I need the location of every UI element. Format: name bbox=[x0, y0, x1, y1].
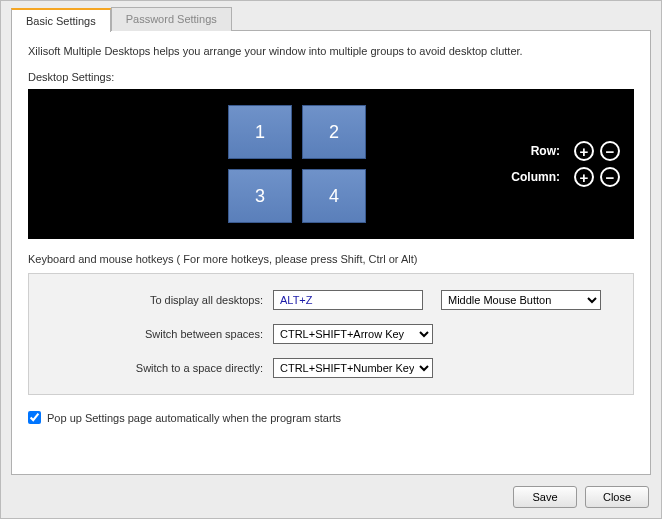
hotkeys-panel: To display all desktops: Middle Mouse Bu… bbox=[28, 273, 634, 395]
tab-content: Xilisoft Multiple Desktops helps you arr… bbox=[11, 30, 651, 475]
desktop-settings-label: Desktop Settings: bbox=[28, 71, 634, 83]
desktop-grid: 1 2 3 4 bbox=[228, 105, 366, 223]
settings-window: Basic Settings Password Settings Xilisof… bbox=[0, 0, 662, 519]
hotkeys-section-label: Keyboard and mouse hotkeys ( For more ho… bbox=[28, 253, 634, 265]
switch-direct-select[interactable]: CTRL+SHIFT+Number Key bbox=[273, 358, 433, 378]
display-all-label: To display all desktops: bbox=[43, 294, 273, 306]
intro-text: Xilisoft Multiple Desktops helps you arr… bbox=[28, 45, 634, 57]
tab-basic-settings[interactable]: Basic Settings bbox=[11, 8, 111, 32]
popup-checkbox-label: Pop up Settings page automatically when … bbox=[47, 412, 341, 424]
row-label: Row: bbox=[531, 144, 560, 158]
display-all-hotkey-input[interactable] bbox=[273, 290, 423, 310]
tab-password-settings[interactable]: Password Settings bbox=[111, 7, 232, 31]
desktop-tile-1[interactable]: 1 bbox=[228, 105, 292, 159]
save-button[interactable]: Save bbox=[513, 486, 577, 508]
switch-spaces-select[interactable]: CTRL+SHIFT+Arrow Key bbox=[273, 324, 433, 344]
grid-size-controls: Row: + − Column: + − bbox=[511, 135, 620, 193]
desktop-tile-3[interactable]: 3 bbox=[228, 169, 292, 223]
desktop-tile-4[interactable]: 4 bbox=[302, 169, 366, 223]
popup-startup-checkbox[interactable] bbox=[28, 411, 41, 424]
close-button[interactable]: Close bbox=[585, 486, 649, 508]
display-all-mouse-select[interactable]: Middle Mouse Button bbox=[441, 290, 601, 310]
tab-bar: Basic Settings Password Settings bbox=[11, 7, 651, 31]
switch-spaces-label: Switch between spaces: bbox=[43, 328, 273, 340]
column-increase-button[interactable]: + bbox=[574, 167, 594, 187]
desktop-preview-panel: 1 2 3 4 Row: + − Column: + − bbox=[28, 89, 634, 239]
popup-checkbox-row: Pop up Settings page automatically when … bbox=[28, 411, 634, 424]
row-increase-button[interactable]: + bbox=[574, 141, 594, 161]
column-decrease-button[interactable]: − bbox=[600, 167, 620, 187]
column-label: Column: bbox=[511, 170, 560, 184]
switch-direct-label: Switch to a space directly: bbox=[43, 362, 273, 374]
dialog-footer: Save Close bbox=[1, 476, 661, 518]
row-decrease-button[interactable]: − bbox=[600, 141, 620, 161]
desktop-tile-2[interactable]: 2 bbox=[302, 105, 366, 159]
